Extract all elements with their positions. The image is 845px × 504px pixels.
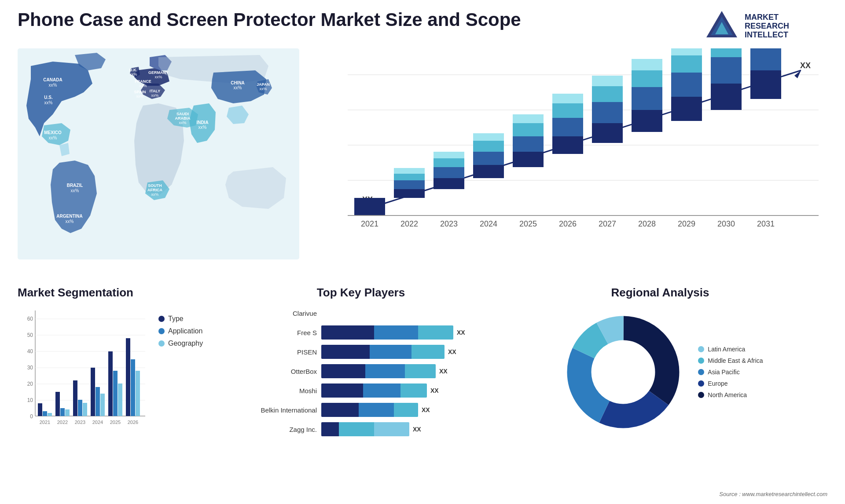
- type-dot: [158, 316, 165, 322]
- svg-rect-62: [473, 165, 504, 178]
- svg-text:2026: 2026: [559, 219, 577, 228]
- svg-rect-65: [473, 133, 504, 141]
- svg-rect-81: [632, 59, 662, 70]
- player-belkin: Belkin International XX: [246, 403, 475, 417]
- svg-rect-68: [513, 123, 544, 136]
- logo: MARKET RESEARCH INTELLECT: [704, 9, 827, 44]
- players-list: Clarivue Free S XX PISEN: [246, 306, 475, 436]
- svg-text:2023: 2023: [440, 219, 458, 228]
- player-zagg: Zagg Inc. XX: [246, 422, 475, 436]
- north-america-dot: [698, 392, 704, 398]
- player-bar-frees: XX: [321, 325, 475, 340]
- segmentation-section: Market Segmentation 0 10 20 30 40 50 60: [18, 286, 229, 488]
- svg-rect-82: [671, 97, 702, 121]
- svg-rect-85: [671, 48, 702, 55]
- segmentation-chart: 0 10 20 30 40 50 60: [18, 306, 150, 438]
- svg-text:2021: 2021: [361, 219, 378, 228]
- regional-section: Regional Analysis: [493, 286, 827, 488]
- svg-rect-75: [592, 102, 623, 123]
- player-name-zagg: Zagg Inc.: [246, 426, 317, 433]
- svg-rect-134: [131, 359, 135, 416]
- svg-text:GERMANY: GERMANY: [148, 70, 169, 75]
- seg-legend: Type Application Geography: [158, 306, 203, 347]
- application-label: Application: [168, 327, 202, 335]
- svg-text:2024: 2024: [92, 420, 103, 425]
- svg-text:U.S.: U.S.: [44, 95, 53, 100]
- middle-east-label: Middle East & Africa: [708, 357, 763, 364]
- svg-text:2025: 2025: [519, 219, 537, 228]
- svg-rect-58: [434, 178, 464, 189]
- source-text: Source : www.marketresearchintellect.com: [719, 491, 827, 497]
- key-players-section: Top Key Players Clarivue Free S XX: [238, 286, 484, 488]
- svg-text:10: 10: [27, 397, 33, 403]
- svg-text:2028: 2028: [638, 219, 656, 228]
- svg-rect-79: [632, 87, 662, 110]
- player-name-pisen: PISEN: [246, 348, 317, 356]
- svg-text:ARABIA: ARABIA: [175, 116, 191, 121]
- svg-text:xx%: xx%: [198, 125, 207, 130]
- svg-text:2024: 2024: [480, 219, 497, 228]
- svg-rect-131: [113, 371, 118, 416]
- svg-rect-123: [65, 409, 70, 416]
- north-america-label: North America: [708, 391, 747, 398]
- europe-label: Europe: [708, 380, 727, 387]
- player-name-belkin: Belkin International: [246, 406, 317, 414]
- player-frees: Free S XX: [246, 325, 475, 340]
- svg-rect-56: [394, 174, 425, 180]
- svg-text:xx%: xx%: [151, 192, 158, 197]
- seg-chart-container: 0 10 20 30 40 50 60: [18, 306, 229, 438]
- player-name-moshi: Moshi: [246, 387, 317, 394]
- svg-text:2022: 2022: [400, 219, 418, 228]
- svg-rect-77: [592, 76, 623, 86]
- svg-text:INDIA: INDIA: [196, 120, 208, 125]
- player-name-otterbox: OtterBox: [246, 368, 317, 375]
- svg-text:xx%: xx%: [136, 94, 143, 99]
- svg-text:2021: 2021: [40, 420, 50, 425]
- svg-rect-71: [552, 118, 583, 136]
- svg-text:SAUDI: SAUDI: [176, 112, 189, 116]
- seg-legend-application: Application: [158, 327, 203, 335]
- svg-rect-83: [671, 73, 702, 97]
- svg-rect-76: [592, 86, 623, 102]
- logo-icon: [704, 9, 739, 44]
- svg-rect-72: [552, 103, 583, 118]
- svg-text:xx%: xx%: [66, 219, 74, 224]
- svg-rect-55: [394, 180, 425, 189]
- page-title: Phone Case and Screen Protector Market S…: [18, 9, 521, 31]
- svg-text:xx%: xx%: [139, 84, 147, 88]
- latin-america-label: Latin America: [708, 346, 745, 353]
- svg-text:30: 30: [27, 365, 33, 371]
- logo-line2: RESEARCH: [745, 22, 789, 31]
- application-dot: [158, 328, 165, 334]
- latin-america-dot: [698, 346, 704, 352]
- player-bar-belkin: XX: [321, 403, 475, 417]
- world-map: CANADA xx% U.S. xx% MEXICO xx% BRAZIL xx…: [18, 48, 299, 259]
- canada-label: CANADA: [43, 77, 62, 82]
- regional-container: Latin America Middle East & Africa Asia …: [493, 306, 827, 438]
- svg-text:xx%: xx%: [44, 100, 53, 105]
- svg-text:2027: 2027: [599, 219, 616, 228]
- growth-bar-chart: XX XX XX XX XX XX XX XX XX XX XX: [317, 48, 827, 251]
- svg-text:U.K.: U.K.: [129, 68, 137, 72]
- svg-text:AFRICA: AFRICA: [147, 188, 162, 192]
- svg-text:2030: 2030: [717, 219, 735, 228]
- player-bar-zagg: XX: [321, 422, 475, 436]
- logo-text: MARKET RESEARCH INTELLECT: [745, 13, 789, 39]
- svg-rect-122: [60, 408, 65, 416]
- svg-rect-121: [55, 392, 60, 416]
- svg-text:SPAIN: SPAIN: [134, 90, 146, 94]
- bar-chart-section: XX XX XX XX XX XX XX XX XX XX XX: [308, 48, 827, 277]
- svg-rect-127: [91, 368, 95, 416]
- svg-text:SOUTH: SOUTH: [148, 183, 162, 188]
- svg-rect-129: [100, 394, 105, 416]
- player-pisen: PISEN XX: [246, 345, 475, 359]
- middle-east-dot: [698, 358, 704, 364]
- svg-rect-74: [592, 123, 623, 143]
- legend-north-america: North America: [698, 391, 763, 398]
- legend-middle-east: Middle East & Africa: [698, 357, 763, 364]
- svg-rect-130: [108, 351, 113, 416]
- svg-text:20: 20: [27, 381, 33, 387]
- svg-text:XX: XX: [800, 61, 811, 70]
- svg-text:MEXICO: MEXICO: [44, 130, 62, 135]
- svg-text:60: 60: [27, 316, 33, 322]
